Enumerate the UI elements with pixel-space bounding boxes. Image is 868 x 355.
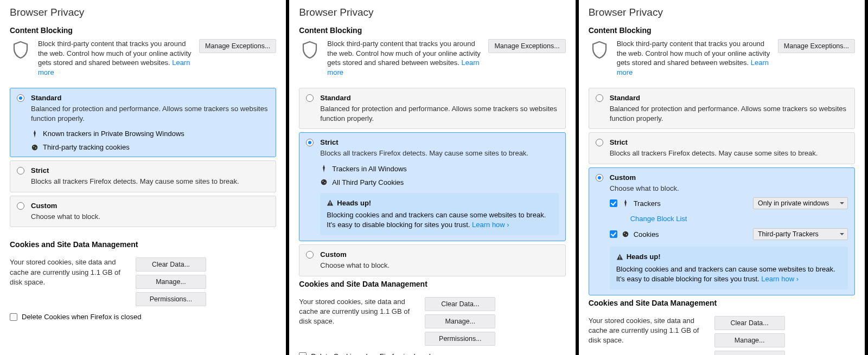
svg-rect-11	[620, 256, 620, 258]
option-custom-label: Custom	[320, 250, 558, 259]
cookies-select[interactable]: Third-party Trackers	[753, 228, 848, 240]
panel-strict: Browser Privacy Content Blocking Block t…	[289, 0, 578, 355]
delete-on-close-label: Delete Cookies when Firefox is closed	[311, 352, 430, 355]
clear-data-button[interactable]: Clear Data...	[425, 297, 495, 311]
content-blocking-title: Content Blocking	[299, 26, 565, 35]
manage-exceptions-button[interactable]: Manage Exceptions...	[778, 39, 855, 53]
warning-body-text: Blocking cookies and and trackers can ca…	[616, 265, 835, 283]
page-title: Browser Privacy	[589, 7, 855, 18]
learn-how-link[interactable]: Learn how	[761, 275, 799, 283]
option-strict-label: Strict	[610, 138, 848, 146]
trackers-checkbox[interactable]	[610, 199, 617, 207]
site-data-title: Cookies and Site Data Management	[589, 299, 855, 307]
shield-icon	[10, 39, 31, 61]
option-standard-desc: Balanced for protection and performance.…	[610, 104, 848, 123]
option-custom-desc: Choose what to block.	[610, 184, 848, 193]
svg-rect-7	[330, 204, 330, 205]
radio-standard[interactable]	[306, 94, 314, 102]
radio-custom[interactable]	[306, 251, 314, 259]
content-blocking-desc: Block third-party content that tracks yo…	[38, 39, 193, 77]
cookies-label: Cookies	[634, 230, 659, 238]
site-data-title: Cookies and Site Data Management	[299, 280, 565, 288]
content-blocking-intro: Block third-party content that tracks yo…	[589, 39, 855, 77]
learn-how-link[interactable]: Learn how	[472, 221, 509, 229]
svg-point-4	[323, 181, 324, 182]
content-blocking-title: Content Blocking	[589, 26, 855, 35]
option-custom[interactable]: Custom Choose what to block.	[10, 196, 276, 228]
radio-custom[interactable]	[596, 174, 603, 182]
cookie-icon	[622, 230, 629, 238]
svg-point-8	[622, 231, 628, 237]
strict-item-trackers: Trackers in All Windows	[320, 165, 558, 173]
option-standard[interactable]: Standard Balanced for protection and per…	[10, 88, 276, 157]
permissions-button[interactable]: Permissions...	[136, 292, 206, 306]
cookies-checkbox[interactable]	[610, 230, 617, 238]
content-blocking-desc: Block third-party content that tracks yo…	[617, 39, 771, 77]
manage-exceptions-button[interactable]: Manage Exceptions...	[199, 39, 276, 53]
option-standard[interactable]: Standard Balanced for protection and per…	[589, 88, 855, 129]
radio-standard[interactable]	[17, 94, 24, 102]
option-standard-label: Standard	[320, 94, 558, 102]
custom-trackers-row: Trackers Only in private windows	[610, 197, 848, 209]
radio-custom[interactable]	[17, 202, 24, 210]
manage-data-button[interactable]: Manage...	[136, 275, 206, 289]
svg-rect-12	[620, 259, 620, 259]
permissions-button[interactable]: Permissions...	[714, 351, 785, 355]
svg-point-5	[324, 182, 326, 183]
delete-on-close-checkbox[interactable]	[299, 352, 307, 355]
radio-strict[interactable]	[306, 139, 314, 146]
option-standard-desc: Balanced for protection and performance.…	[31, 104, 269, 123]
option-custom[interactable]: Custom Choose what to block. Trackers On…	[589, 167, 855, 295]
svg-rect-6	[330, 202, 330, 204]
tracker-icon	[320, 165, 328, 172]
site-data-desc: Your stored cookies, site data and cache…	[299, 297, 418, 346]
change-block-list-row: Change Block List	[610, 215, 848, 223]
warning-head-text: Heads up!	[627, 252, 661, 262]
option-custom[interactable]: Custom Choose what to block.	[299, 244, 565, 276]
warning-head-text: Heads up!	[337, 198, 371, 208]
radio-strict[interactable]	[596, 139, 603, 146]
option-strict-desc: Blocks all trackers Firefox detects. May…	[610, 149, 848, 158]
option-standard[interactable]: Standard Balanced for protection and per…	[299, 88, 565, 129]
shield-icon	[589, 39, 610, 61]
content-blocking-title: Content Blocking	[10, 26, 276, 35]
svg-point-0	[32, 145, 38, 151]
manage-exceptions-button[interactable]: Manage Exceptions...	[488, 39, 565, 53]
custom-cookies-row: Cookies Third-party Trackers	[610, 228, 848, 240]
page-title: Browser Privacy	[299, 7, 565, 18]
svg-point-9	[624, 233, 625, 234]
site-data-title: Cookies and Site Data Management	[10, 240, 276, 249]
option-custom-desc: Choose what to block.	[31, 212, 269, 222]
delete-on-close-row: Delete Cookies when Firefox is closed	[10, 313, 276, 321]
site-data-row: Your stored cookies, site data and cache…	[589, 316, 855, 355]
custom-warning: Heads up! Blocking cookies and and track…	[610, 247, 848, 289]
permissions-button[interactable]: Permissions...	[425, 332, 495, 346]
option-strict-label: Strict	[31, 166, 269, 175]
delete-on-close-label: Delete Cookies when Firefox is closed	[22, 313, 141, 321]
tracker-icon	[622, 199, 629, 207]
manage-data-button[interactable]: Manage...	[425, 314, 495, 328]
radio-standard[interactable]	[596, 94, 603, 102]
option-standard-desc: Balanced for protection and performance.…	[320, 104, 558, 123]
option-custom-label: Custom	[610, 173, 848, 182]
option-custom-desc: Choose what to block.	[320, 261, 558, 270]
clear-data-button[interactable]: Clear Data...	[136, 257, 206, 272]
cookie-icon	[320, 178, 328, 186]
clear-data-button[interactable]: Clear Data...	[714, 316, 785, 330]
option-strict[interactable]: Strict Blocks all trackers Firefox detec…	[299, 132, 565, 241]
delete-on-close-checkbox[interactable]	[10, 313, 17, 321]
shield-icon	[299, 39, 321, 61]
warning-icon	[616, 254, 623, 261]
option-strict[interactable]: Strict Blocks all trackers Firefox detec…	[589, 132, 855, 164]
change-block-list-link[interactable]: Change Block List	[630, 215, 687, 223]
trackers-select[interactable]: Only in private windows	[753, 197, 848, 209]
radio-strict[interactable]	[17, 167, 24, 175]
content-blocking-desc: Block third-party content that tracks yo…	[327, 39, 482, 77]
option-standard-label: Standard	[610, 94, 848, 102]
site-data-row: Your stored cookies, site data and cache…	[10, 257, 276, 306]
strict-warning: Heads up! Blocking cookies and and track…	[320, 193, 558, 236]
manage-data-button[interactable]: Manage...	[714, 333, 785, 347]
option-strict[interactable]: Strict Blocks all trackers Firefox detec…	[10, 160, 276, 192]
warning-icon	[327, 199, 334, 206]
site-data-desc: Your stored cookies, site data and cache…	[589, 316, 708, 355]
